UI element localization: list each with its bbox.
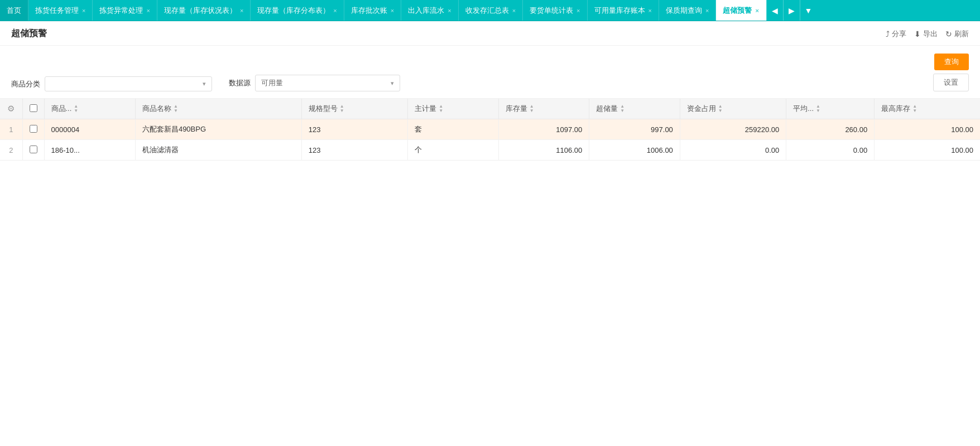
close-icon[interactable]: × <box>648 7 652 14</box>
row-unit: 个 <box>408 140 499 161</box>
header-actions: ⤴ 分享 ⬇ 导出 ↻ 刷新 <box>886 29 969 39</box>
category-select[interactable]: ▾ <box>45 76 212 91</box>
row-code: 0000004 <box>44 119 135 140</box>
row-max: 100.00 <box>875 140 980 161</box>
row-avg: 260.00 <box>786 119 875 140</box>
page-header: 超储预警 ⤴ 分享 ⬇ 导出 ↻ 刷新 <box>0 21 980 46</box>
chevron-down-icon: ▾ <box>391 80 394 87</box>
row-max: 100.00 <box>875 119 980 140</box>
th-capital[interactable]: 资金占用 ▲▼ <box>680 99 786 119</box>
datasource-label: 数据源 <box>229 78 251 88</box>
chevron-down-icon: ▾ <box>203 80 206 88</box>
gear-col-header: ⚙ <box>0 99 22 119</box>
nav-item-available[interactable]: 可用量库存账本 × <box>588 0 659 21</box>
share-button[interactable]: ⤴ 分享 <box>886 29 906 39</box>
refresh-button[interactable]: ↻ 刷新 <box>945 29 969 39</box>
close-icon[interactable]: × <box>391 7 394 14</box>
th-unit[interactable]: 主计量 ▲▼ <box>408 99 499 119</box>
filter-buttons: 查询 设置 <box>933 54 969 91</box>
row-stock: 1106.00 <box>498 140 589 161</box>
nav-more-arrow[interactable]: ▼ <box>800 0 816 21</box>
page-title: 超储预警 <box>11 28 47 40</box>
checkbox-col-header <box>22 99 44 119</box>
row-stock: 1097.00 <box>498 119 589 140</box>
datasource-filter-group: 数据源 可用量 ▾ <box>229 75 400 91</box>
table-row: 2 186-10... 机油滤清器 123 个 1106.00 1006.00 … <box>0 140 980 161</box>
nav-item-exception[interactable]: 拣货异常处理 × <box>93 0 157 21</box>
nav-item-inventory-status[interactable]: 现存量（库存状况表） × <box>157 0 251 21</box>
page-content: 超储预警 ⤴ 分享 ⬇ 导出 ↻ 刷新 商品分类 ▾ 数据源 <box>0 21 980 446</box>
sort-arrows-over: ▲▼ <box>620 104 624 113</box>
share-icon: ⤴ <box>886 30 890 38</box>
row-checkbox[interactable] <box>30 146 37 153</box>
nav-item-home[interactable]: 首页 <box>0 0 28 21</box>
category-label: 商品分类 <box>11 79 40 89</box>
row-checkbox-cell <box>22 119 44 140</box>
nav-item-flow[interactable]: 出入库流水 × <box>401 0 458 21</box>
row-name: 机油滤清器 <box>135 140 301 161</box>
close-icon[interactable]: × <box>448 7 451 14</box>
close-icon[interactable]: × <box>705 7 709 14</box>
th-stock[interactable]: 库存量 ▲▼ <box>498 99 589 119</box>
th-name[interactable]: 商品名称 ▲▼ <box>135 99 301 119</box>
datasource-select[interactable]: 可用量 ▾ <box>255 75 400 91</box>
sort-arrows-avg: ▲▼ <box>816 104 820 113</box>
row-number: 2 <box>0 140 22 161</box>
close-icon[interactable]: × <box>82 7 85 14</box>
th-code[interactable]: 商品... ▲▼ <box>44 99 135 119</box>
sort-arrows-max: ▲▼ <box>912 104 917 113</box>
row-spec: 123 <box>301 140 407 161</box>
sort-arrows-spec: ▲▼ <box>340 104 344 113</box>
sort-arrows-capital: ▲▼ <box>718 104 723 113</box>
th-avg[interactable]: 平均... ▲▼ <box>786 99 875 119</box>
top-navigation: 首页 拣货任务管理 × 拣货异常处理 × 现存量（库存状况表） × 现存量（库存… <box>0 0 980 21</box>
query-button[interactable]: 查询 <box>934 54 969 70</box>
table-header-row: ⚙ 商品... ▲▼ 商品名称 ▲▼ <box>0 99 980 119</box>
th-over[interactable]: 超储量 ▲▼ <box>589 99 680 119</box>
sort-arrows-name: ▲▼ <box>174 104 178 113</box>
row-unit: 套 <box>408 119 499 140</box>
gear-icon[interactable]: ⚙ <box>7 104 15 113</box>
nav-item-summary[interactable]: 收发存汇总表 × <box>459 0 523 21</box>
sort-arrows-code: ▲▼ <box>74 104 78 113</box>
export-button[interactable]: ⬇ 导出 <box>914 29 938 39</box>
sort-arrows-unit: ▲▼ <box>439 104 443 113</box>
row-capital: 0.00 <box>680 140 786 161</box>
sort-arrows-stock: ▲▼ <box>530 104 534 113</box>
th-spec[interactable]: 规格型号 ▲▼ <box>301 99 407 119</box>
category-value <box>51 80 53 88</box>
row-checkbox[interactable] <box>30 125 37 133</box>
nav-item-inventory-dist[interactable]: 现存量（库存分布表） × <box>251 0 344 21</box>
select-all-checkbox[interactable] <box>30 104 37 112</box>
row-code: 186-10... <box>44 140 135 161</box>
export-icon: ⬇ <box>914 30 921 38</box>
close-icon[interactable]: × <box>755 7 758 14</box>
datasource-value: 可用量 <box>261 78 283 88</box>
nav-item-expiry[interactable]: 保质期查询 × <box>659 0 716 21</box>
row-avg: 0.00 <box>786 140 875 161</box>
row-name: 六配套新昌490BPG <box>135 119 301 140</box>
table-wrap: ⚙ 商品... ▲▼ 商品名称 ▲▼ <box>0 99 980 161</box>
row-number: 1 <box>0 119 22 140</box>
nav-next-arrow[interactable]: ▶ <box>783 0 800 21</box>
nav-item-batch[interactable]: 库存批次账 × <box>344 0 401 21</box>
close-icon[interactable]: × <box>146 7 150 14</box>
filter-row: 商品分类 ▾ 数据源 可用量 ▾ 查询 设置 <box>0 46 980 99</box>
th-max[interactable]: 最高库存 ▲▼ <box>875 99 980 119</box>
nav-item-task[interactable]: 拣货任务管理 × <box>28 0 93 21</box>
table-row: 1 0000004 六配套新昌490BPG 123 套 1097.00 997.… <box>0 119 980 140</box>
settings-button[interactable]: 设置 <box>933 74 969 91</box>
nav-item-overstock[interactable]: 超储预警 × <box>716 0 766 21</box>
row-over: 1006.00 <box>589 140 680 161</box>
close-icon[interactable]: × <box>577 7 580 14</box>
nav-item-order-stats[interactable]: 要货单统计表 × <box>523 0 587 21</box>
row-checkbox-cell <box>22 140 44 161</box>
data-table: ⚙ 商品... ▲▼ 商品名称 ▲▼ <box>0 99 980 161</box>
row-spec: 123 <box>301 119 407 140</box>
nav-prev-arrow[interactable]: ◀ <box>766 0 783 21</box>
close-icon[interactable]: × <box>240 7 243 14</box>
refresh-icon: ↻ <box>945 30 952 38</box>
close-icon[interactable]: × <box>333 7 337 14</box>
close-icon[interactable]: × <box>512 7 516 14</box>
row-over: 997.00 <box>589 119 680 140</box>
